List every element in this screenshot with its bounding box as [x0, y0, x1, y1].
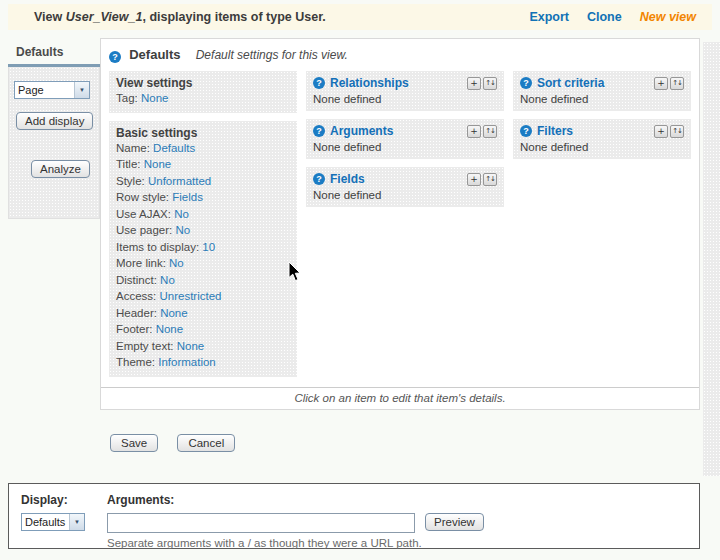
- help-icon[interactable]: ?: [109, 51, 121, 63]
- setting-label: Access:: [116, 290, 156, 302]
- setting-value-link[interactable]: No: [169, 257, 184, 269]
- setting-label: Name:: [116, 142, 150, 154]
- empty-text: None defined: [313, 141, 497, 153]
- settings-column-2: ? Relationships + ↑↓ None defined ? Argu…: [306, 71, 504, 207]
- setting-value-link[interactable]: Unrestricted: [159, 290, 221, 302]
- sort-criteria-link[interactable]: Sort criteria: [537, 76, 652, 90]
- arguments-link[interactable]: Arguments: [330, 124, 465, 138]
- setting-label: Use pager:: [116, 224, 172, 236]
- settings-columns: View settings Tag: None Basic settings N…: [101, 69, 699, 387]
- empty-text: None defined: [313, 189, 497, 201]
- empty-text: None defined: [520, 141, 684, 153]
- add-display-box: Page ▼ Add display Analyze: [8, 67, 100, 219]
- settings-column-3: ? Sort criteria + ↑↓ None defined ? Filt…: [513, 71, 691, 159]
- setting-label: Style:: [116, 175, 145, 187]
- preview-display-select[interactable]: Defaults ▼: [21, 513, 85, 531]
- cancel-button[interactable]: Cancel: [177, 434, 235, 452]
- setting-row: Theme: Information: [116, 354, 290, 371]
- tab-row: Defaults: [8, 38, 100, 67]
- rearrange-icon[interactable]: ↑↓: [670, 77, 684, 90]
- setting-label: Footer:: [116, 323, 152, 335]
- setting-label: More link:: [116, 257, 166, 269]
- rearrange-icon[interactable]: ↑↓: [670, 125, 684, 138]
- preview-display-select-value: Defaults: [22, 516, 69, 528]
- setting-row: Header: None: [116, 305, 290, 322]
- preview-button[interactable]: Preview: [425, 513, 484, 531]
- setting-label: Tag:: [116, 92, 138, 104]
- add-icon[interactable]: +: [467, 173, 481, 186]
- setting-label: Title:: [116, 158, 141, 170]
- setting-value-link[interactable]: Fields: [172, 191, 203, 203]
- setting-label: Row style:: [116, 191, 169, 203]
- add-icon[interactable]: +: [467, 125, 481, 138]
- view-title-prefix: View: [34, 10, 62, 24]
- view-title-suffix: , displaying items of type User.: [142, 10, 325, 24]
- clone-link[interactable]: Clone: [587, 10, 622, 24]
- setting-value-link[interactable]: None: [177, 340, 205, 352]
- empty-text: None defined: [520, 93, 684, 105]
- help-icon[interactable]: ?: [520, 77, 532, 89]
- analyze-button[interactable]: Analyze: [31, 160, 90, 178]
- view-title: View User_View_1, displaying items of ty…: [34, 10, 511, 24]
- help-icon[interactable]: ?: [313, 173, 325, 185]
- setting-label: Distinct:: [116, 274, 157, 286]
- preview-arguments-group: Arguments: Preview Separate arguments wi…: [107, 493, 484, 548]
- setting-row: More link: No: [116, 255, 290, 272]
- add-display-button[interactable]: Add display: [16, 112, 93, 130]
- setting-value-link[interactable]: None: [156, 323, 184, 335]
- setting-value-link[interactable]: Information: [158, 356, 216, 368]
- rearrange-icon[interactable]: ↑↓: [483, 77, 497, 90]
- display-type-select-value: Page: [15, 84, 74, 96]
- setting-value-link[interactable]: No: [174, 208, 189, 220]
- filters-link[interactable]: Filters: [537, 124, 652, 138]
- relationships-box: ? Relationships + ↑↓ None defined: [306, 71, 504, 111]
- arguments-help-text: Separate arguments with a / as though th…: [107, 537, 484, 549]
- help-icon[interactable]: ?: [520, 125, 532, 137]
- setting-row: Name: Defaults: [116, 140, 290, 157]
- setting-value-link[interactable]: Unformatted: [148, 175, 211, 187]
- rearrange-icon[interactable]: ↑↓: [483, 125, 497, 138]
- setting-value-link[interactable]: Defaults: [153, 142, 195, 154]
- form-actions: Save Cancel: [110, 434, 720, 452]
- settings-column-1: View settings Tag: None Basic settings N…: [109, 71, 297, 377]
- save-button[interactable]: Save: [110, 434, 158, 452]
- display-type-select[interactable]: Page ▼: [14, 81, 90, 99]
- export-link[interactable]: Export: [529, 10, 569, 24]
- add-icon[interactable]: +: [654, 77, 668, 90]
- help-icon[interactable]: ?: [313, 125, 325, 137]
- setting-value-link[interactable]: No: [175, 224, 190, 236]
- views-editor: Defaults Page ▼ Add display Analyze ? De…: [8, 38, 700, 410]
- new-view-link[interactable]: New view: [640, 10, 696, 24]
- relationships-link[interactable]: Relationships: [330, 76, 465, 90]
- fields-link[interactable]: Fields: [330, 172, 465, 186]
- view-settings-box: View settings Tag: None: [109, 71, 297, 113]
- setting-value-link[interactable]: None: [160, 307, 188, 319]
- preview-display-group: Display: Defaults ▼: [21, 493, 85, 548]
- setting-value-link[interactable]: No: [160, 274, 175, 286]
- setting-row: Row style: Fields: [116, 189, 290, 206]
- chevron-down-icon: ▼: [69, 514, 84, 530]
- edit-hint-message: Click on an item to edit that item's det…: [101, 387, 699, 409]
- add-icon[interactable]: +: [467, 77, 481, 90]
- setting-row: Items to display: 10: [116, 239, 290, 256]
- setting-label: Theme:: [116, 356, 155, 368]
- filters-box: ? Filters + ↑↓ None defined: [513, 119, 691, 159]
- display-heading-description: Default settings for this view.: [196, 48, 348, 62]
- setting-row: Use AJAX: No: [116, 206, 290, 223]
- tab-defaults[interactable]: Defaults: [16, 45, 63, 59]
- displays-sidebar: Defaults Page ▼ Add display Analyze: [8, 38, 100, 410]
- display-label: Display:: [21, 493, 85, 507]
- setting-label: Use AJAX:: [116, 208, 171, 220]
- view-name: User_View_1: [66, 10, 143, 24]
- setting-value-link[interactable]: None: [141, 92, 169, 104]
- add-icon[interactable]: +: [654, 125, 668, 138]
- arguments-input[interactable]: [107, 513, 415, 533]
- rearrange-icon[interactable]: ↑↓: [483, 173, 497, 186]
- setting-row: Use pager: No: [116, 222, 290, 239]
- empty-text: None defined: [313, 93, 497, 105]
- help-icon[interactable]: ?: [313, 77, 325, 89]
- setting-value-link[interactable]: None: [144, 158, 172, 170]
- setting-value-link[interactable]: 10: [202, 241, 215, 253]
- basic-settings-title: Basic settings: [116, 126, 290, 140]
- setting-row: Footer: None: [116, 321, 290, 338]
